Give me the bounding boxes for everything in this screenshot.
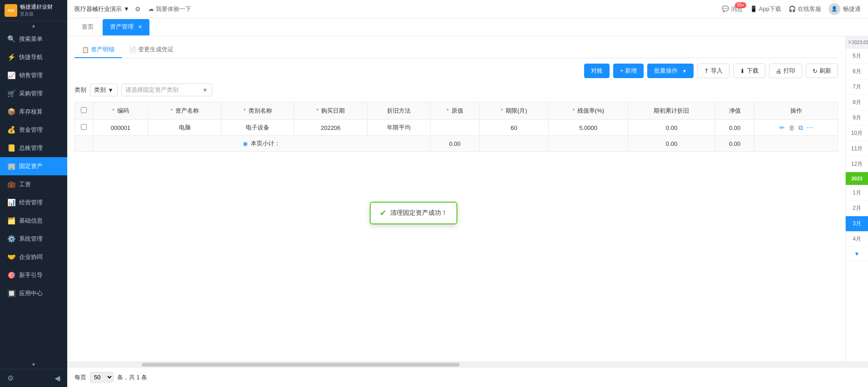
th-net-value: 净值 (715, 102, 754, 120)
copy-icon[interactable]: ⧉ (799, 124, 803, 132)
sidebar: AtA 畅捷通好业财 普及版 ▲ 🔍 搜索菜单 ⚡ 快捷导航 📈 销售管理 🛒 … (0, 0, 67, 387)
sidebar-scroll-up[interactable]: ▲ (0, 21, 67, 30)
print-button[interactable]: 🖨 打印 (769, 64, 802, 78)
download-icon: ⬇ (740, 68, 745, 74)
sidebar-item-funds[interactable]: 💰 资金管理 (0, 121, 67, 139)
service-icon: 🎧 (789, 5, 796, 12)
sidebar-item-ledger[interactable]: 📒 总账管理 (0, 139, 67, 157)
new-button[interactable]: + 新增 (613, 64, 644, 78)
company-selector[interactable]: 医疗器械行业演示 ▼ (74, 5, 129, 13)
subtotal-label: 本页小计： (251, 140, 280, 147)
month-3-current[interactable]: 3月 (846, 216, 868, 232)
row-checkbox[interactable] (81, 124, 87, 130)
toast-message: 清理固定资产成功！ (390, 209, 447, 217)
batch-button[interactable]: 批量操作 ▼ (647, 64, 694, 78)
filter-category-input[interactable]: 请选择固定资产类别 ▼ (121, 84, 212, 96)
quicknav-icon: ⚡ (7, 53, 15, 61)
sidebar-label-search: 搜索菜单 (19, 35, 43, 43)
month-1[interactable]: 1月 (846, 185, 868, 201)
month-2[interactable]: 2月 (846, 201, 868, 216)
subtotal-icon: ▣ (243, 141, 248, 146)
panel-year-label: 2023.03 (852, 40, 868, 45)
basic-icon: 🗂️ (7, 217, 15, 225)
sidebar-item-purchase[interactable]: 🛒 采购管理 (0, 84, 67, 103)
row-category: 电子设备 (221, 120, 294, 136)
username-label: 畅捷通 (843, 5, 861, 13)
sidebar-item-inventory[interactable]: 📦 库存核算 (0, 103, 67, 121)
sidebar-item-operations[interactable]: 📊 经营管理 (0, 194, 67, 212)
sidebar-item-search[interactable]: 🔍 搜索菜单 (0, 30, 67, 48)
row-original-value (430, 120, 479, 136)
sidebar-item-enterprise[interactable]: 🤝 企业协同 (0, 248, 67, 266)
batch-chevron-icon: ▼ (682, 69, 687, 74)
sidebar-item-guide[interactable]: 🎯 新手引导 (0, 266, 67, 284)
sidebar-item-fixed[interactable]: 🏢 固定资产 (0, 157, 67, 175)
select-all-checkbox[interactable] (81, 107, 87, 113)
top-bar: 医疗器械行业演示 ▼ ⚙ ☁ 我要体验一下 💬 消息 99+ 📱 App下载 🎧… (67, 0, 868, 18)
sidebar-item-appstore[interactable]: 🔲 应用中心 (0, 284, 67, 303)
month-9[interactable]: 9月 (846, 110, 868, 126)
sidebar-bottom: ⚙ ◀ (0, 369, 67, 387)
appdownload-button[interactable]: 📱 App下载 (750, 5, 781, 13)
table-container: * 编码 * 资产名称 * 类别名称 (74, 102, 838, 152)
delete-icon[interactable]: 🗑 (789, 124, 795, 131)
year-2023-label: 2023 (846, 172, 868, 185)
month-5[interactable]: 5月 (846, 49, 868, 64)
refresh-button[interactable]: ↻ 刷新 (806, 64, 838, 78)
messages-button[interactable]: 💬 消息 99+ (722, 5, 743, 13)
sidebar-label-fixed: 固定资产 (19, 162, 43, 170)
search-icon: 🔍 (7, 35, 15, 43)
sidebar-item-basic[interactable]: 🗂️ 基础信息 (0, 212, 67, 230)
pagination-bar: 每页 50 10 20 100 条，共 1 条 (67, 367, 868, 387)
th-checkbox (75, 102, 93, 120)
month-12[interactable]: 12月 (846, 157, 868, 172)
sidebar-settings-icon[interactable]: ⚙ (7, 374, 14, 382)
month-7[interactable]: 7月 (846, 79, 868, 95)
tab-asset-mgmt[interactable]: 资产管理 ✕ (103, 19, 149, 35)
sidebar-logo: AtA 畅捷通好业财 普及版 (0, 0, 67, 21)
panel-down-arrow[interactable]: ▼ (846, 247, 868, 261)
sidebar-scroll-down[interactable]: ▼ (0, 360, 67, 369)
refresh-icon: ↻ (813, 68, 818, 74)
content-area: 📋 资产明细 📄 变更生成凭证 对账 + 新增 批量操作 ▼ (67, 36, 868, 362)
filter-type-select[interactable]: 类别 ▼ (90, 84, 118, 96)
avatar: 👤 (828, 3, 840, 15)
sidebar-item-sales[interactable]: 📈 销售管理 (0, 66, 67, 84)
appdownload-label: App下载 (759, 5, 781, 13)
service-button[interactable]: 🎧 在线客服 (789, 5, 821, 13)
topbar-settings-icon[interactable]: ⚙ (135, 5, 141, 13)
month-11[interactable]: 11月 (846, 141, 868, 157)
month-8[interactable]: 8月 (846, 95, 868, 110)
sidebar-collapse-icon[interactable]: ◀ (55, 374, 60, 382)
sales-icon: 📈 (7, 71, 15, 79)
edit-icon[interactable]: ✏ (779, 124, 785, 131)
th-category: * 类别名称 (221, 102, 294, 120)
row-period: 60 (480, 120, 549, 136)
row-action-buttons: ✏ 🗑 ⧉ ⋯ (758, 124, 834, 132)
th-purchase-date: * 购买日期 (294, 102, 367, 120)
experience-button[interactable]: ☁ 我要体验一下 (148, 5, 191, 13)
scrollbar-thumb[interactable] (142, 363, 460, 367)
tab-close-icon[interactable]: ✕ (138, 24, 142, 30)
user-menu[interactable]: 👤 畅捷通 (828, 3, 861, 15)
tab-home[interactable]: 首页 (74, 19, 101, 35)
subtab-asset-detail[interactable]: 📋 资产明细 (74, 42, 122, 58)
reconcile-button[interactable]: 对账 (584, 64, 610, 78)
subtab-change-voucher[interactable]: 📄 变更生成凭证 (122, 42, 181, 58)
sidebar-item-system[interactable]: ⚙️ 系统管理 (0, 230, 67, 248)
row-checkbox-cell (75, 120, 93, 136)
month-4[interactable]: 4月 (846, 232, 868, 247)
panel-close-icon[interactable]: ✕ (848, 39, 852, 45)
table-row: 000001 电脑 电子设备 202206 年限平均 60 5.0000 0.0… (75, 120, 838, 136)
sidebar-item-quicknav[interactable]: ⚡ 快捷导航 (0, 48, 67, 66)
month-10[interactable]: 10月 (846, 126, 868, 141)
sidebar-label-guide: 新手引导 (19, 271, 43, 279)
month-6[interactable]: 6月 (846, 64, 868, 79)
row-actions-cell: ✏ 🗑 ⧉ ⋯ (754, 120, 838, 136)
per-page-select[interactable]: 50 10 20 100 (90, 372, 114, 382)
more-icon[interactable]: ⋯ (807, 124, 813, 131)
sidebar-item-payroll[interactable]: 💼 工资 (0, 175, 67, 194)
horizontal-scrollbar[interactable] (67, 362, 868, 367)
download-button[interactable]: ⬇ 下载 (733, 64, 765, 78)
import-button[interactable]: ⤒ 导入 (697, 64, 729, 78)
